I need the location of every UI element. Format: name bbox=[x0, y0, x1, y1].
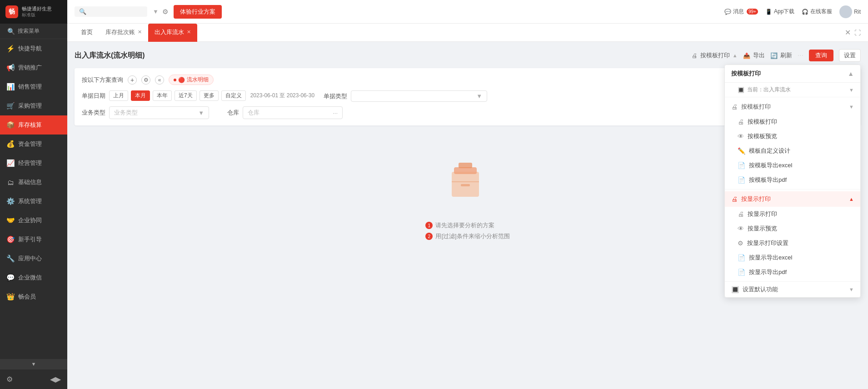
print-dropdown-arrow[interactable]: ▲ bbox=[733, 53, 738, 58]
sidebar-search-label: 搜索菜单 bbox=[18, 27, 40, 35]
template-print-item-4[interactable]: 📄 按模板导出excel bbox=[725, 158, 860, 173]
sidebar-item-purchase[interactable]: 🛒 采购管理 bbox=[0, 96, 67, 115]
sidebar-item-vip[interactable]: 👑 畅会员 bbox=[0, 287, 67, 306]
search-input[interactable] bbox=[86, 9, 136, 15]
tip-item-2: 2 用[过滤]条件来缩小分析范围 bbox=[425, 232, 509, 240]
export-btn[interactable]: 导出 bbox=[753, 51, 765, 60]
collapse-icon[interactable]: ◀▶ bbox=[50, 375, 61, 384]
sidebar-item-inventory[interactable]: 📦 库存核算 bbox=[0, 115, 67, 135]
print-template-btn[interactable]: 按模板打印 bbox=[700, 51, 730, 60]
sidebar-item-appcenter[interactable]: 🔧 应用中心 bbox=[0, 249, 67, 268]
settings-icon[interactable]: ⚙ bbox=[6, 375, 13, 384]
print-current: 🔳 当前：出入库流水 ▼ bbox=[725, 83, 860, 97]
warehouse-label: 仓库 bbox=[227, 109, 239, 117]
tab-flow-close-icon[interactable]: ✕ bbox=[187, 29, 191, 35]
tab-batch-close-icon[interactable]: ✕ bbox=[138, 29, 142, 35]
date-btn-custom[interactable]: 自定义 bbox=[221, 90, 246, 101]
print-dropdown-close[interactable]: ▲ bbox=[848, 70, 854, 77]
filter-collapse-btn[interactable]: « bbox=[155, 75, 164, 85]
date-label: 单据日期 bbox=[82, 92, 105, 100]
date-btn-last-month[interactable]: 上月 bbox=[109, 90, 128, 101]
display-print-item-3[interactable]: ⚙ 按显示打印设置 bbox=[725, 236, 860, 250]
sidebar-item-sales[interactable]: 📊 销售管理 bbox=[0, 77, 67, 96]
display-print-label: 按显示打印 bbox=[741, 195, 771, 203]
topbar-icons: ▼ ⚙ bbox=[153, 8, 168, 16]
item-label: 按模板导出excel bbox=[749, 161, 792, 170]
topbar-right: 💬 消息 99+ 📱 App下载 🎧 在线客服 Rit bbox=[724, 5, 861, 18]
sidebar-item-wechat[interactable]: 💬 企业微信 bbox=[0, 268, 67, 287]
print-icon: 🖨 bbox=[738, 118, 744, 125]
current-label: 当前：出入库流水 bbox=[747, 86, 791, 94]
template-print-item-3[interactable]: ✏️ 模板自定义设计 bbox=[725, 144, 860, 158]
tab-batch[interactable]: 库存批次账 ✕ bbox=[99, 24, 148, 42]
print-dropdown-title: 按模板打印 bbox=[731, 70, 761, 78]
template-print-item-2[interactable]: 👁 按模板预览 bbox=[725, 129, 860, 144]
sidebar-item-quicknav[interactable]: ⚡ 快捷导航 bbox=[0, 39, 67, 58]
display-print-item-4[interactable]: 📄 按显示导出excel bbox=[725, 250, 860, 265]
main-area: 🔍 ▼ ⚙ 体验行业方案 💬 消息 99+ 📱 App下载 🎧 在线客服 bbox=[67, 0, 868, 389]
online-service-btn[interactable]: 🎧 在线客服 bbox=[802, 8, 832, 15]
warehouse-select[interactable]: 仓库 ··· bbox=[243, 106, 343, 119]
excel-icon: 📄 bbox=[738, 162, 745, 169]
tabs-bar: 首页 库存批次账 ✕ 出入库流水 ✕ ✕ ⛶ bbox=[67, 24, 868, 42]
message-label: 消息 bbox=[733, 8, 744, 15]
item-label: 按显示预览 bbox=[748, 224, 777, 233]
sidebar-scroll-down[interactable]: ▼ bbox=[0, 359, 67, 369]
sidebar-item-label: 经营管理 bbox=[18, 159, 42, 167]
tab-flow[interactable]: 出入库流水 ✕ bbox=[148, 24, 197, 42]
sidebar-item-finance[interactable]: 💰 资金管理 bbox=[0, 135, 67, 154]
settings-btn[interactable]: 设置 bbox=[839, 49, 861, 62]
voucher-type-select[interactable]: ▼ bbox=[351, 90, 487, 102]
voucher-type-label: 单据类型 bbox=[324, 92, 347, 100]
template-print-item-1[interactable]: 🖨 按模板打印 bbox=[725, 115, 860, 129]
type-select[interactable]: 业务类型 ▼ bbox=[109, 106, 209, 119]
tab-home[interactable]: 首页 bbox=[75, 24, 99, 42]
sidebar-item-marketing[interactable]: 📢 营销推广 bbox=[0, 58, 67, 77]
sidebar-item-collab[interactable]: 🤝 企业协同 bbox=[0, 211, 67, 230]
tag-text: 流水明细 bbox=[187, 76, 209, 84]
sidebar-item-guide[interactable]: 🎯 新手引导 bbox=[0, 230, 67, 249]
sidebar-item-label: 应用中心 bbox=[18, 254, 42, 263]
message-btn[interactable]: 💬 消息 99+ bbox=[724, 8, 758, 15]
date-btn-this-month[interactable]: 本月 bbox=[131, 90, 150, 101]
tip-num-2: 2 bbox=[425, 233, 433, 240]
message-icon: 💬 bbox=[724, 9, 731, 15]
topbar-search-box[interactable]: 🔍 bbox=[75, 6, 147, 17]
sidebar-item-operations[interactable]: 📈 经营管理 bbox=[0, 154, 67, 173]
filter-settings-btn[interactable]: ⚙ bbox=[141, 75, 150, 85]
sidebar-search[interactable]: 🔍 搜索菜单 bbox=[0, 24, 67, 39]
content-area: 出入库流水(流水明细) 🖨 按模板打印 ▲ 📤 导出 🔄 刷新 ··· 查询 设… bbox=[67, 42, 868, 389]
filter-tag[interactable]: 🔴 流水明细 bbox=[169, 75, 214, 85]
marketing-icon: 📢 bbox=[6, 64, 15, 72]
app-download-btn[interactable]: 📱 App下载 bbox=[765, 8, 794, 15]
query-btn[interactable]: 查询 bbox=[809, 50, 833, 61]
display-print-header[interactable]: 🖨 按显示打印 ▲ bbox=[725, 191, 860, 207]
sidebar-item-label: 资金管理 bbox=[18, 140, 42, 148]
refresh-btn[interactable]: 刷新 bbox=[780, 51, 792, 60]
user-profile[interactable]: Rit bbox=[839, 5, 861, 18]
filter-add-btn[interactable]: + bbox=[128, 75, 137, 85]
template-print-header[interactable]: 🖨 按模板打印 ▼ bbox=[725, 99, 860, 115]
display-print-item-5[interactable]: 📄 按显示导出pdf bbox=[725, 265, 860, 279]
settings-icon[interactable]: ⚙ bbox=[162, 8, 168, 16]
dropdown-arrow-icon[interactable]: ▼ bbox=[153, 8, 159, 15]
sidebar-item-basic[interactable]: 🗂 基础信息 bbox=[0, 173, 67, 192]
date-btn-this-year[interactable]: 本年 bbox=[153, 90, 172, 101]
display-print-item-1[interactable]: 🖨 按显示打印 bbox=[725, 207, 860, 221]
tab-batch-label: 库存批次账 bbox=[105, 28, 135, 36]
logo-title: 畅捷通好生意 bbox=[22, 5, 52, 12]
date-btn-more[interactable]: 更多 bbox=[200, 90, 219, 101]
date-btn-7days[interactable]: 近7天 bbox=[175, 90, 197, 101]
industry-btn[interactable]: 体验行业方案 bbox=[174, 5, 222, 19]
template-print-item-5[interactable]: 📄 按模板导出pdf bbox=[725, 173, 860, 187]
display-print-item-2[interactable]: 👁 按显示预览 bbox=[725, 221, 860, 236]
user-name: Rit bbox=[854, 9, 861, 15]
footer-label: 设置默认功能 bbox=[743, 285, 778, 294]
tag-label: 🔴 bbox=[178, 77, 185, 83]
set-default-btn[interactable]: 🔳 设置默认功能 ▼ bbox=[725, 282, 860, 297]
settings-icon: ⚙ bbox=[738, 239, 743, 247]
close-window-icon[interactable]: ✕ bbox=[845, 28, 851, 37]
preview-icon: 👁 bbox=[738, 225, 744, 232]
sidebar-item-system[interactable]: ⚙️ 系统管理 bbox=[0, 192, 67, 211]
expand-icon[interactable]: ⛶ bbox=[854, 29, 861, 36]
